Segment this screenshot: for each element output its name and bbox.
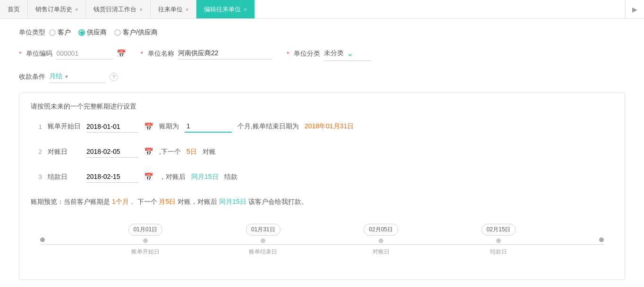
preview-reconcile-suffix: 对账，对账后 xyxy=(178,198,217,205)
timeline-node-2: 01月31日 账单结束日 xyxy=(246,224,280,256)
tab-cash-workbench-close[interactable]: × xyxy=(139,7,142,12)
unit-classify-value: 未分类 xyxy=(324,49,344,58)
row-2-calendar-icon[interactable]: 📅 xyxy=(144,147,153,156)
row-2-label: 对账日 xyxy=(48,148,81,156)
payment-terms-group: 收款条件 月结 ▼ ? xyxy=(19,70,118,83)
period-input[interactable] xyxy=(185,120,232,133)
tab-edit-partner-close[interactable]: × xyxy=(244,7,246,12)
radio-group: 客户 供应商 客户/供应商 xyxy=(49,28,158,37)
row-3-desc-prefix: ，对账后 xyxy=(159,173,186,181)
timeline-end-dot xyxy=(599,237,604,242)
unit-code-group: * 单位编码 📅 xyxy=(19,48,126,59)
code-name-row: * 单位编码 📅 * 单位名称 * 单位分类 未分类 ⌄ xyxy=(19,46,625,61)
row-1-num: 1 xyxy=(31,123,42,130)
tab-bar: 首页 销售订单历史 × 钱货日清工作台 × 往来单位 × 编辑往来单位 × ▶ xyxy=(0,0,644,19)
timeline-node-4-dot xyxy=(496,238,501,243)
unit-type-label: 单位类型 xyxy=(19,28,45,37)
tab-partner-units-label: 往来单位 xyxy=(158,5,183,14)
unit-classify-label: 单位分类 xyxy=(294,50,320,58)
preview-month-highlight: 1个月， xyxy=(112,198,136,205)
unit-name-required: * xyxy=(140,50,143,58)
tab-sales-history[interactable]: 销售订单历史 × xyxy=(28,0,86,18)
preview-text: 账期预览：当前客户账期是 1个月， 下一个 月5日 对账，对账后 同月15日 该… xyxy=(31,196,613,208)
unit-code-label: 单位编码 xyxy=(26,50,52,58)
timeline-node-2-pill: 01月31日 xyxy=(246,224,280,236)
row-3-calendar-icon[interactable]: 📅 xyxy=(144,172,153,181)
tab-chevron[interactable]: ▶ xyxy=(625,0,644,18)
tab-partner-units-close[interactable]: × xyxy=(186,7,188,12)
timeline-node-3-pill: 02月05日 xyxy=(364,224,398,236)
timeline-node-3-label: 对账日 xyxy=(373,248,390,256)
row-2-num: 2 xyxy=(31,148,42,155)
unit-classify-dropdown[interactable]: 未分类 ⌄ xyxy=(324,46,371,61)
timeline-node-2-dot xyxy=(261,238,265,243)
tab-sales-history-label: 销售订单历史 xyxy=(35,5,72,14)
tab-home[interactable]: 首页 xyxy=(0,0,28,18)
timeline-start-dot xyxy=(40,237,45,242)
setting-row-1: 1 账单开始日 📅 账期为 个月,账单结束日期为 2018年01月31日 xyxy=(31,120,613,133)
radio-supplier-label: 供应商 xyxy=(87,28,107,37)
row-1-highlight: 2018年01月31日 xyxy=(305,122,354,131)
payment-terms-label: 收款条件 xyxy=(19,73,45,81)
payment-terms-help-icon[interactable]: ? xyxy=(110,73,118,81)
timeline-node-2-label: 账单结束日 xyxy=(249,248,277,256)
row-3-label: 结款日 xyxy=(48,173,81,181)
row-2-date-input[interactable] xyxy=(86,146,138,158)
row-3-num: 3 xyxy=(31,173,42,180)
settings-section: 请按照未来的一个完整帐期进行设置 1 账单开始日 📅 账期为 个月,账单结束日期… xyxy=(19,93,625,280)
unit-name-group: * 单位名称 xyxy=(140,48,272,59)
radio-both[interactable]: 客户/供应商 xyxy=(114,28,158,37)
row-3-date-input[interactable] xyxy=(86,171,138,183)
tab-sales-history-close[interactable]: × xyxy=(75,7,78,12)
timeline-node-4-pill: 02月15日 xyxy=(482,224,516,236)
row-1-date-input[interactable] xyxy=(86,121,138,133)
timeline-node-1-dot xyxy=(143,238,148,243)
timeline-start-cap xyxy=(40,237,45,242)
unit-code-required: * xyxy=(19,50,21,58)
row-3-highlight: 同月15日 xyxy=(191,173,219,181)
unit-code-calendar-icon[interactable]: 📅 xyxy=(117,49,126,58)
unit-classify-required: * xyxy=(287,50,289,58)
preview-pay-highlight: 同月15日 xyxy=(219,198,246,205)
unit-name-label: 单位名称 xyxy=(148,50,174,58)
preview-prefix: 账期预览：当前客户账期是 xyxy=(31,198,110,205)
tab-cash-workbench-label: 钱货日清工作台 xyxy=(93,5,136,14)
preview-reconcile-highlight: 月5日 xyxy=(159,198,176,205)
tab-edit-partner-label: 编辑往来单位 xyxy=(204,5,241,14)
row-1-label: 账单开始日 xyxy=(48,122,81,131)
row-3-desc-suffix: 结款 xyxy=(224,173,237,181)
row-1-calendar-icon[interactable]: 📅 xyxy=(144,122,153,131)
timeline-end-cap xyxy=(599,237,604,242)
preview-pay-suffix: 该客户会给我打款。 xyxy=(248,198,308,205)
tab-home-label: 首页 xyxy=(8,5,20,14)
setting-row-2: 2 对账日 📅 ,下一个 5日 对账 xyxy=(31,146,613,158)
unit-code-input[interactable] xyxy=(56,48,113,59)
row-2-desc-suffix: 对账 xyxy=(203,148,216,156)
row-2-highlight: 5日 xyxy=(186,148,197,156)
tab-cash-workbench[interactable]: 钱货日清工作台 × xyxy=(86,0,150,18)
preview-reconcile-prefix: 下一个 xyxy=(137,198,157,205)
tab-partner-units[interactable]: 往来单位 × xyxy=(151,0,196,18)
radio-supplier-circle xyxy=(78,29,85,36)
main-content: 单位类型 客户 供应商 客户/供应商 * 单位编码 xyxy=(0,19,644,287)
radio-both-label: 客户/供应商 xyxy=(123,28,158,37)
radio-customer[interactable]: 客户 xyxy=(49,28,71,37)
row-1-desc-after: 个月,账单结束日期为 xyxy=(237,122,299,131)
timeline-node-1-pill: 01月01日 xyxy=(128,224,163,236)
unit-classify-group: * 单位分类 未分类 ⌄ xyxy=(287,46,371,61)
chevron-right-icon: ▶ xyxy=(632,6,637,13)
radio-customer-label: 客户 xyxy=(58,28,71,37)
radio-customer-circle xyxy=(49,29,56,36)
payment-terms-dropdown[interactable]: 月结 ▼ xyxy=(49,70,106,83)
timeline-wrapper: 01月01日 账单开始日 01月31日 账单结束日 02月05日 对账日 xyxy=(31,224,613,256)
timeline-node-3-dot xyxy=(379,238,383,243)
unit-name-input[interactable] xyxy=(178,48,272,59)
classify-chevron-down-icon: ⌄ xyxy=(347,48,354,59)
section-title: 请按照未来的一个完整帐期进行设置 xyxy=(31,102,613,111)
radio-both-circle xyxy=(114,29,121,36)
setting-row-3: 3 结款日 📅 ，对账后 同月15日 结款 xyxy=(31,171,613,183)
tab-edit-partner[interactable]: 编辑往来单位 × xyxy=(196,0,254,18)
radio-supplier[interactable]: 供应商 xyxy=(78,28,107,37)
unit-type-row: 单位类型 客户 供应商 客户/供应商 xyxy=(19,28,625,37)
timeline-node-4: 02月15日 结款日 xyxy=(482,224,516,256)
